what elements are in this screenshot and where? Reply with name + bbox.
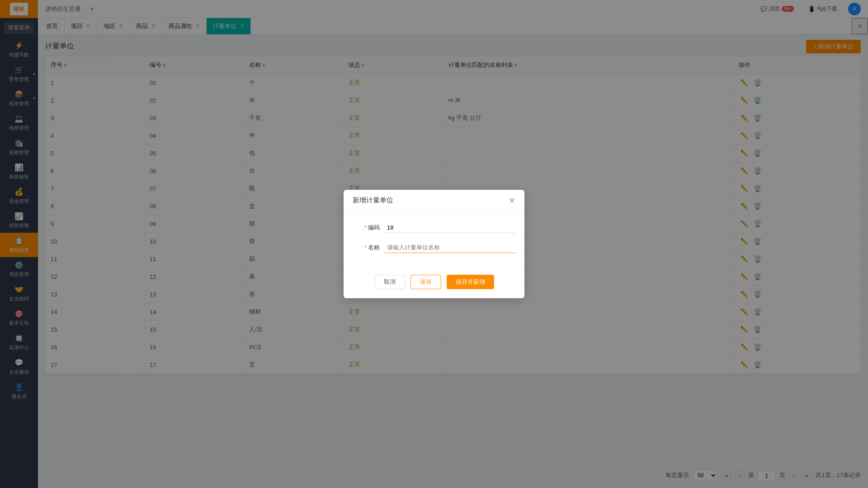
code-input[interactable] <box>384 222 515 233</box>
name-label: 名称 <box>353 244 380 252</box>
form-row-code: 编码 <box>353 222 515 233</box>
modal-header: 新增计量单位 ✕ <box>344 190 524 211</box>
save-button[interactable]: 保存 <box>410 275 441 289</box>
name-input[interactable] <box>384 242 515 253</box>
modal-title: 新增计量单位 <box>353 196 393 205</box>
modal-overlay: 新增计量单位 ✕ 编码 名称 取消 保存 保存并新增 <box>0 0 868 488</box>
modal-close-button[interactable]: ✕ <box>509 197 515 205</box>
modal-footer: 取消 保存 保存并新增 <box>344 269 524 298</box>
save-and-add-button[interactable]: 保存并新增 <box>447 275 494 289</box>
cancel-button[interactable]: 取消 <box>374 275 405 289</box>
form-row-name: 名称 <box>353 242 515 253</box>
modal-dialog: 新增计量单位 ✕ 编码 名称 取消 保存 保存并新增 <box>344 190 524 298</box>
modal-body: 编码 名称 <box>344 211 524 269</box>
code-label: 编码 <box>353 224 380 232</box>
